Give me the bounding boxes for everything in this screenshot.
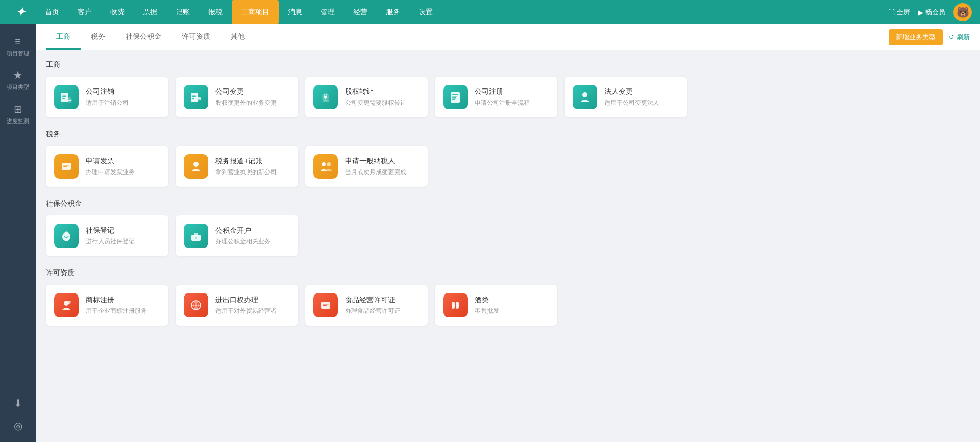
- refresh-button[interactable]: ↺ 刷新: [949, 33, 970, 42]
- svg-rect-15: [452, 97, 456, 99]
- nav-business[interactable]: 工商项目: [232, 0, 279, 24]
- card-desc-trademark: 用于企业商标注册服务: [86, 307, 160, 315]
- nav-accounting[interactable]: 记账: [166, 0, 199, 24]
- svg-point-21: [193, 162, 199, 167]
- avatar[interactable]: 🐻: [953, 3, 972, 21]
- card-food-license[interactable]: 食品经营许可证 办理食品经营许可证: [305, 285, 428, 326]
- nav-settings[interactable]: 设置: [409, 0, 442, 24]
- tab-other[interactable]: 其他: [220, 24, 255, 50]
- nav-items: 首页 客户 收费 票据 记账 报税 工商项目 消息 管理 经营 服务 设置: [36, 0, 888, 24]
- nav-customer[interactable]: 客户: [68, 0, 101, 24]
- svg-rect-14: [452, 96, 457, 97]
- card-icon-tax-report: [184, 154, 208, 179]
- svg-rect-20: [63, 166, 67, 167]
- cards-grid-license: ™ 商标注册 用于企业商标注册服务: [46, 285, 970, 326]
- sidebar-download-button[interactable]: ⬇: [0, 392, 36, 414]
- nav-home[interactable]: 首页: [36, 0, 68, 24]
- tabs-bar: 工商 税务 社保公积金 许可资质 其他 新增业务类型 ↺ 刷新: [36, 24, 980, 50]
- card-desc-social-insurance: 进行人员社保登记: [86, 237, 160, 246]
- nav-service[interactable]: 服务: [377, 0, 409, 24]
- card-title-apply-invoice: 申请发票: [86, 157, 160, 166]
- nav-message[interactable]: 消息: [279, 0, 311, 24]
- svg-rect-41: [456, 305, 459, 306]
- card-tax-report[interactable]: 税务报道+记账 拿到营业执照的新公司: [176, 146, 298, 187]
- card-import-export[interactable]: 进出口权办理 适用于对外贸易经营者: [176, 285, 298, 326]
- card-icon-general-taxpayer: [313, 154, 338, 179]
- card-desc-tax-report: 拿到营业执照的新公司: [215, 168, 290, 177]
- card-info-import-export: 进出口权办理 适用于对外贸易经营者: [215, 296, 290, 315]
- card-title-company-register: 公司注册: [475, 87, 549, 96]
- card-desc-import-export: 适用于对外贸易经营者: [215, 307, 290, 315]
- scroll-content[interactable]: 工商: [36, 50, 980, 442]
- sidebar-item-progress-monitor[interactable]: ⊞ 进度监测: [0, 97, 36, 131]
- logo: ✦: [5, 6, 36, 19]
- card-legal-change[interactable]: 法人变更 适用于公司变更法人: [565, 77, 687, 117]
- card-title-general-taxpayer: 申请一般纳税人: [345, 157, 420, 166]
- card-desc-company-change: 股权变更外的业务变更: [215, 99, 290, 107]
- svg-rect-7: [192, 95, 196, 96]
- card-desc-alcohol: 零售批发: [475, 307, 549, 315]
- section-title-social-security: 社保公积金: [46, 199, 970, 208]
- card-title-company-change: 公司变更: [215, 87, 290, 96]
- card-company-change[interactable]: 公司变更 股权变更外的业务变更: [176, 77, 298, 117]
- svg-rect-2: [62, 96, 66, 97]
- sidebar-item-project-management[interactable]: ≡ 项目管理: [0, 30, 36, 63]
- main-layout: ≡ 项目管理 ★ 项目类型 ⊞ 进度监测 ⬇ ◎ 工商 税务 社保公积金 许可资…: [0, 24, 980, 442]
- content-area: 工商 税务 社保公积金 许可资质 其他 新增业务类型 ↺ 刷新 工商: [36, 24, 980, 442]
- svg-rect-19: [63, 165, 69, 166]
- nav-tax[interactable]: 报税: [199, 0, 232, 24]
- vip-button[interactable]: ▶ 畅会员: [918, 8, 945, 17]
- card-alcohol[interactable]: 酒类 零售批发: [435, 285, 557, 326]
- card-desc-food-license: 办理食品经营许可证: [345, 307, 420, 315]
- card-general-taxpayer[interactable]: 申请一般纳税人 当月或次月成变更完成: [305, 146, 428, 187]
- section-social-security: 社保公积金 社保登记 进行人员社保登记: [46, 199, 970, 256]
- card-info-trademark: 商标注册 用于企业商标注册服务: [86, 296, 160, 315]
- nav-operation[interactable]: 经营: [344, 0, 377, 24]
- card-info-food-license: 食品经营许可证 办理食品经营许可证: [345, 296, 420, 315]
- card-icon-legal-change: [573, 85, 597, 109]
- tab-tax[interactable]: 税务: [81, 24, 115, 50]
- sidebar-location-button[interactable]: ◎: [0, 414, 36, 437]
- card-social-insurance[interactable]: 社保登记 进行人员社保登记: [46, 215, 168, 256]
- card-info-tax-report: 税务报道+记账 拿到营业执照的新公司: [215, 157, 290, 177]
- svg-rect-36: [323, 304, 329, 305]
- card-trademark[interactable]: ™ 商标注册 用于企业商标注册服务: [46, 285, 168, 326]
- svg-rect-37: [323, 305, 327, 306]
- nav-management[interactable]: 管理: [311, 0, 344, 24]
- nav-bills[interactable]: 票据: [134, 0, 166, 24]
- card-title-equity-transfer: 股权转让: [345, 87, 420, 96]
- sidebar-item-project-type[interactable]: ★ 项目类型: [0, 63, 36, 96]
- tab-business[interactable]: 工商: [46, 24, 81, 50]
- card-icon-equity-transfer: ¥: [313, 85, 338, 109]
- card-provident-fund[interactable]: 公积金开户 办理公积金相关业务: [176, 215, 298, 256]
- card-apply-invoice[interactable]: 申请发票 办理申请发票业务: [46, 146, 168, 187]
- card-icon-provident-fund: [184, 224, 208, 248]
- section-title-tax: 税务: [46, 130, 970, 139]
- card-desc-company-register: 申请公司注册全流程: [475, 99, 549, 107]
- card-icon-trademark: ™: [54, 293, 79, 317]
- card-info-provident-fund: 公积金开户 办理公积金相关业务: [215, 226, 290, 246]
- card-title-company-cancel: 公司注销: [86, 87, 160, 96]
- card-info-company-cancel: 公司注销 适用于注销公司: [86, 87, 160, 107]
- svg-point-23: [327, 162, 331, 166]
- fullscreen-button[interactable]: ⛶ 全屏: [888, 8, 910, 17]
- nav-fees[interactable]: 收费: [101, 0, 134, 24]
- card-title-alcohol: 酒类: [475, 296, 549, 305]
- card-company-register[interactable]: 公司注册 申请公司注册全流程: [435, 77, 557, 117]
- section-license: 许可资质 ™ 商标注册 用于企: [46, 268, 970, 326]
- card-company-cancel[interactable]: 公司注销 适用于注销公司: [46, 77, 168, 117]
- card-icon-social-insurance: [54, 224, 79, 248]
- svg-rect-1: [62, 95, 66, 96]
- card-icon-company-change: [184, 85, 208, 109]
- tab-social-security[interactable]: 社保公积金: [115, 24, 172, 50]
- tab-license[interactable]: 许可资质: [172, 24, 220, 50]
- card-info-alcohol: 酒类 零售批发: [475, 296, 549, 315]
- card-info-apply-invoice: 申请发票 办理申请发票业务: [86, 157, 160, 177]
- tabs-right: 新增业务类型 ↺ 刷新: [889, 29, 970, 45]
- svg-rect-8: [192, 96, 196, 97]
- svg-rect-40: [452, 305, 455, 306]
- card-icon-company-cancel: [54, 85, 79, 109]
- card-title-import-export: 进出口权办理: [215, 296, 290, 305]
- card-equity-transfer[interactable]: ¥ 股权转让 公司变更需要股权转让: [305, 77, 428, 117]
- add-business-type-button[interactable]: 新增业务类型: [889, 29, 943, 45]
